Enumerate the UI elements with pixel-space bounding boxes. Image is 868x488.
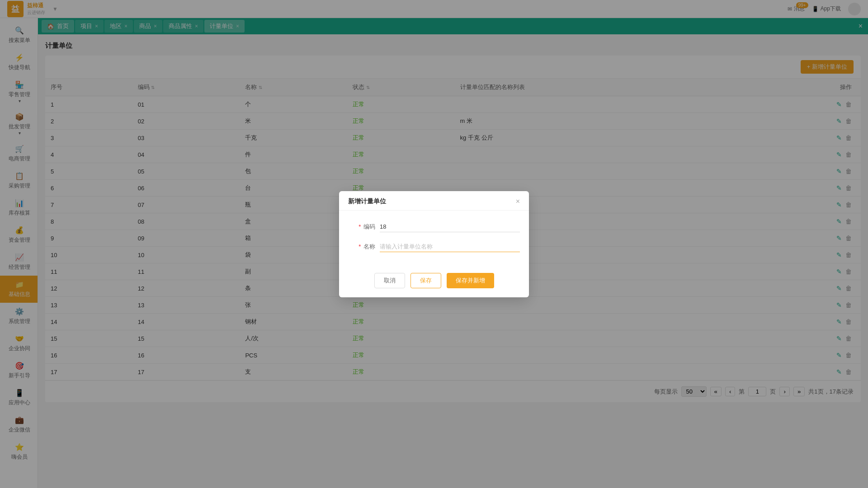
name-input[interactable] bbox=[380, 241, 520, 252]
name-label: * 名称 bbox=[348, 243, 375, 251]
dialog-title: 新增计量单位 bbox=[348, 197, 386, 206]
dialog-overlay[interactable]: 新增计量单位 × * 编码 * 名称 取消 保存 保存并新增 bbox=[0, 0, 868, 488]
code-label: * 编码 bbox=[348, 223, 375, 231]
form-row-code: * 编码 bbox=[348, 221, 520, 232]
dialog-footer: 取消 保存 保存并新增 bbox=[339, 268, 529, 297]
name-required-star: * bbox=[359, 243, 361, 250]
dialog-close-btn[interactable]: × bbox=[516, 197, 520, 206]
form-row-name: * 名称 bbox=[348, 241, 520, 252]
add-unit-dialog: 新增计量单位 × * 编码 * 名称 取消 保存 保存并新增 bbox=[339, 191, 529, 297]
dialog-body: * 编码 * 名称 bbox=[339, 211, 529, 268]
cancel-button[interactable]: 取消 bbox=[374, 273, 405, 288]
code-input[interactable] bbox=[380, 221, 520, 232]
code-label-text: 编码 bbox=[363, 223, 375, 230]
save-new-button[interactable]: 保存并新增 bbox=[447, 273, 494, 288]
save-button[interactable]: 保存 bbox=[410, 273, 441, 288]
dialog-header: 新增计量单位 × bbox=[339, 191, 529, 211]
name-label-text: 名称 bbox=[363, 243, 375, 250]
code-required-star: * bbox=[359, 223, 361, 230]
